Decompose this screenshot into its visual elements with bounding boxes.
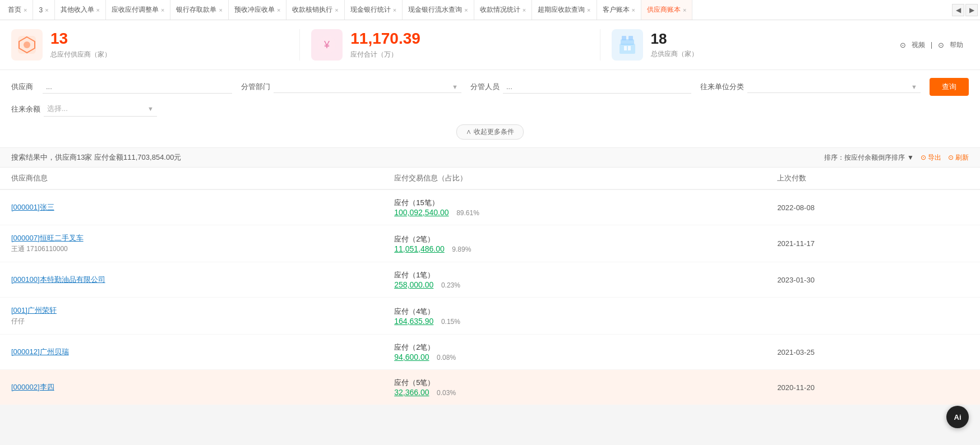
sort-label: 排序：按应付余额倒序排序 <box>824 153 905 163</box>
table-row: [001]广州荣轩 仔仔 应付（4笔） 164,635.90 0.15% <box>0 298 980 335</box>
nav-tab-overdue[interactable]: 超期应收款查询 × <box>532 0 597 20</box>
export-button[interactable]: ⊙ 导出 <box>921 153 941 163</box>
nav-tab-cashbank-flow-close[interactable]: × <box>464 7 468 13</box>
nav-left-arrow[interactable]: ◀ <box>952 4 964 16</box>
svg-rect-8 <box>628 46 631 50</box>
last-pay-cell: 2021-11-17 <box>777 239 969 248</box>
supplier-link[interactable]: [000002]李四 <box>11 382 394 392</box>
nav-tab-bank-close[interactable]: × <box>219 7 222 13</box>
filter-category: 往来单位分类 ▼ <box>700 81 921 93</box>
nav-tab-cashbank-flow-label: 现金银行流水查询 <box>408 5 462 15</box>
category-select[interactable]: ▼ <box>747 81 921 93</box>
nav-tab-other-income[interactable]: 其他收入单 × <box>55 0 106 20</box>
query-button[interactable]: 查询 <box>930 78 969 96</box>
supplier-link[interactable]: [000007]恒旺二手叉车 <box>11 233 394 243</box>
nav-tab-cashbank-stat-close[interactable]: × <box>393 7 396 13</box>
nav-tab-prepay-label: 预收冲应收单 <box>234 5 275 15</box>
refresh-button[interactable]: ⊙ 刷新 <box>948 153 969 163</box>
svg-point-2 <box>24 41 30 48</box>
supplier-input[interactable] <box>43 80 232 94</box>
svg-text:¥: ¥ <box>323 39 330 50</box>
nav-right-arrow[interactable]: ▶ <box>965 4 978 16</box>
tx-label: 应付（5笔） <box>394 378 777 388</box>
nav-tab-supplier-book[interactable]: 供应商账本 × <box>641 0 692 20</box>
link-separator: | <box>931 41 932 49</box>
table-header: 供应商信息 应付交易信息（占比） 上次付数 <box>0 168 980 190</box>
supplier-info-cell: [000001]张三 <box>11 202 394 212</box>
total-payable-icon: ¥ <box>311 29 343 61</box>
video-link[interactable]: 视频 <box>912 40 925 50</box>
tx-amount[interactable]: 32,366.00 <box>394 388 429 397</box>
tx-info-cell: 应付（4笔） 164,635.90 0.15% <box>394 307 777 326</box>
summary-info-payable: 13 总应付供应商（家） <box>50 30 111 59</box>
total-payable-label: 应付合计（万） <box>350 50 420 59</box>
summary-card-total-payable: ¥ 11,170.39 应付合计（万） <box>299 29 599 61</box>
total-suppliers-label: 总供应商（家） <box>651 49 698 59</box>
balance-label: 往来余额 <box>11 104 40 114</box>
tx-info-cell: 应付（5笔） 32,366.00 0.03% <box>394 378 777 397</box>
table-row: [000007]恒旺二手叉车 王通 17106110000 应付（2笔） 11,… <box>0 225 980 262</box>
person-input[interactable] <box>503 80 691 94</box>
tx-pct: 0.23% <box>441 281 460 289</box>
nav-tab-cashbank-stat[interactable]: 现金银行统计 × <box>345 0 403 20</box>
balance-select[interactable]: 选择... ▼ <box>44 101 157 117</box>
nav-tab-adjust[interactable]: 应收应付调整单 × <box>106 0 170 20</box>
help-link[interactable]: 帮助 <box>950 40 963 50</box>
nav-tab-cashbank-flow[interactable]: 现金银行流水查询 × <box>403 0 474 20</box>
nav-tab-customer-book-close[interactable]: × <box>632 7 635 13</box>
dept-select[interactable]: ▼ <box>274 81 462 93</box>
result-actions: 排序：按应付余额倒序排序 ▼ ⊙ 导出 ⊙ 刷新 <box>824 153 969 163</box>
supplier-info-cell: [000007]恒旺二手叉车 王通 17106110000 <box>11 233 394 254</box>
tx-pct: 0.15% <box>441 318 460 326</box>
svg-rect-7 <box>624 46 627 50</box>
nav-tab-overdue-close[interactable]: × <box>587 7 590 13</box>
tx-amount[interactable]: 258,000.00 <box>394 280 433 289</box>
table-row: [000100]本特勤油品有限公司 应付（1笔） 258,000.00 0.23… <box>0 262 980 298</box>
supplier-label: 供应商 <box>11 82 39 92</box>
nav-tab-3-close[interactable]: × <box>45 7 48 13</box>
tx-pct: 0.03% <box>437 389 456 397</box>
nav-tab-prepay[interactable]: 预收冲应收单 × <box>229 0 286 20</box>
last-pay-cell: 2020-11-20 <box>777 383 969 392</box>
last-pay-cell: 2021-03-25 <box>777 348 969 356</box>
tx-amount[interactable]: 11,051,486.00 <box>394 244 445 253</box>
nav-tab-bank-label: 银行存取款单 <box>176 5 216 15</box>
total-suppliers-count: 18 <box>651 31 698 47</box>
supplier-info-cell: [000002]李四 <box>11 382 394 392</box>
nav-tab-verify-close[interactable]: × <box>335 7 338 13</box>
refresh-circle-icon: ⊙ <box>948 154 954 161</box>
supplier-link[interactable]: [000012]广州贝瑞 <box>11 347 394 357</box>
nav-tab-supplier-book-label: 供应商账本 <box>647 5 681 15</box>
nav-tab-payment-stat[interactable]: 收款情况统计 × <box>474 0 532 20</box>
nav-tab-home[interactable]: 首页 × <box>2 0 33 20</box>
nav-tab-customer-book[interactable]: 客户账本 × <box>597 0 641 20</box>
filter-dept: 分管部门 ▼ <box>241 81 462 93</box>
tx-amount[interactable]: 94,600.00 <box>394 353 429 361</box>
tx-info-cell: 应付（2笔） 94,600.00 0.08% <box>394 342 777 361</box>
supplier-link[interactable]: [000001]张三 <box>11 202 394 212</box>
sort-chevron-icon: ▼ <box>907 154 914 161</box>
nav-tab-home-close[interactable]: × <box>24 7 27 13</box>
supplier-sub: 王通 17106110000 <box>11 244 394 254</box>
top-right-links: ⊙ 视频 | ⊙ 帮助 <box>900 29 969 61</box>
supplier-link[interactable]: [001]广州荣轩 <box>11 305 394 316</box>
nav-tab-verify[interactable]: 收款核销执行 × <box>286 0 344 20</box>
table-row: [000001]张三 应付（15笔） 100,092,540.00 89.61%… <box>0 190 980 225</box>
category-label: 往来单位分类 <box>700 82 744 92</box>
supplier-info-cell: [000100]本特勤油品有限公司 <box>11 275 394 285</box>
supplier-sub: 仔仔 <box>11 317 394 326</box>
tx-amount[interactable]: 100,092,540.00 <box>394 208 449 217</box>
tx-amount[interactable]: 164,635.90 <box>394 317 433 326</box>
nav-tab-prepay-close[interactable]: × <box>277 7 280 13</box>
collapse-button[interactable]: ∧ 收起更多条件 <box>456 124 524 140</box>
nav-tab-bank[interactable]: 银行存取款单 × <box>170 0 228 20</box>
nav-tab-cashbank-stat-label: 现金银行统计 <box>350 5 391 15</box>
summary-bar: 13 总应付供应商（家） ¥ 11,170.39 应付合计（万） <box>0 20 980 70</box>
nav-tab-other-income-close[interactable]: × <box>96 7 100 13</box>
supplier-link[interactable]: [000100]本特勤油品有限公司 <box>11 275 394 285</box>
sort-button[interactable]: 排序：按应付余额倒序排序 ▼ <box>824 153 914 163</box>
nav-tab-payment-stat-close[interactable]: × <box>523 7 526 13</box>
nav-tab-supplier-book-close[interactable]: × <box>683 7 686 13</box>
nav-tab-3[interactable]: 3 × <box>33 0 54 20</box>
nav-tab-adjust-close[interactable]: × <box>161 7 164 13</box>
